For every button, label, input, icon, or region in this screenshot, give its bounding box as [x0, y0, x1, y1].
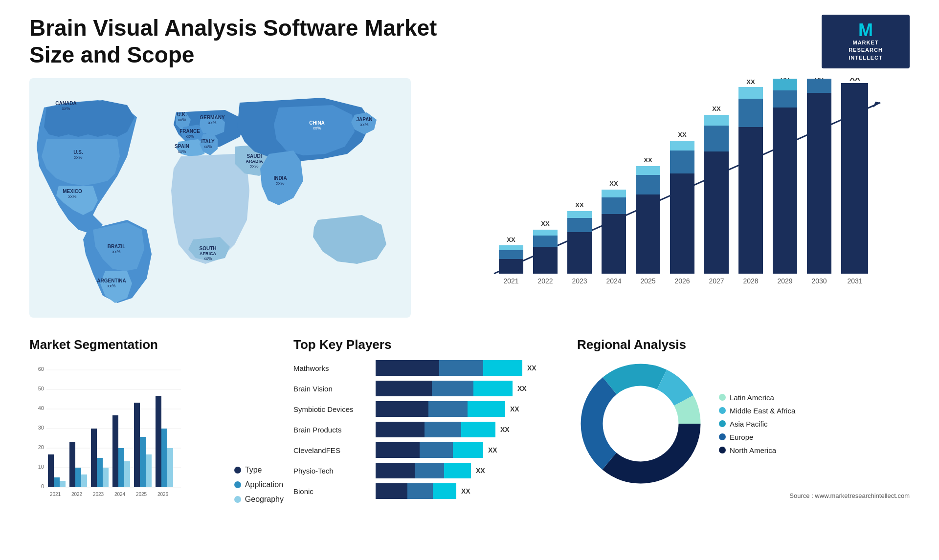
- player-xx-brainvision: XX: [517, 385, 527, 392]
- svg-rect-88: [533, 230, 558, 236]
- svg-rect-129: [156, 396, 161, 487]
- svg-text:30: 30: [38, 425, 44, 431]
- player-xx-symbiotic: XX: [510, 405, 519, 413]
- svg-rect-50: [602, 214, 626, 274]
- svg-text:xx%: xx%: [112, 249, 120, 254]
- legend-dot-latin-america: [719, 394, 726, 401]
- svg-text:ITALY: ITALY: [201, 139, 215, 144]
- svg-rect-77: [773, 79, 797, 90]
- legend-dot-middle-east-africa: [719, 407, 726, 414]
- svg-text:XX: XX: [541, 220, 550, 227]
- svg-text:BRAZIL: BRAZIL: [108, 244, 126, 249]
- svg-text:2023: 2023: [572, 277, 587, 285]
- svg-text:2027: 2027: [709, 277, 724, 285]
- svg-rect-55: [636, 194, 660, 274]
- svg-text:xx%: xx%: [313, 126, 321, 130]
- svg-text:xx%: xx%: [68, 194, 76, 199]
- legend-dot-application: [234, 481, 241, 488]
- player-bar-symbiotic: XX: [376, 401, 567, 417]
- legend-application-label: Application: [245, 480, 283, 489]
- svg-rect-36: [499, 250, 523, 259]
- svg-rect-41: [533, 236, 558, 247]
- svg-text:xx%: xx%: [74, 155, 82, 160]
- player-row-symbiotic: Symbiotic Devices XX: [293, 401, 567, 417]
- svg-text:2024: 2024: [606, 277, 621, 285]
- player-bar-mathworks: XX: [376, 360, 567, 376]
- svg-text:XX: XX: [644, 156, 652, 164]
- svg-text:XX: XX: [678, 131, 687, 138]
- svg-text:XX: XX: [507, 236, 515, 243]
- svg-text:GERMANY: GERMANY: [200, 115, 224, 120]
- key-players-section: Top Key Players Mathworks XX Brain Visi: [293, 337, 567, 542]
- legend-dot-type: [234, 467, 241, 474]
- svg-text:2023: 2023: [93, 492, 104, 497]
- svg-text:xx%: xx%: [203, 256, 212, 261]
- svg-text:2030: 2030: [811, 277, 827, 285]
- bar-chart-svg: XX 2021 XX 2022 XX 2023: [440, 78, 910, 303]
- player-row-brainvision: Brain Vision XX: [293, 381, 567, 396]
- svg-text:SAUDI: SAUDI: [246, 153, 262, 159]
- player-bar-clevelandfes: XX: [376, 442, 567, 458]
- player-name-brainproducts: Brain Products: [293, 426, 372, 434]
- svg-rect-121: [112, 415, 118, 487]
- seg-chart: 60 50 40 30 20 10 0: [29, 360, 224, 518]
- svg-rect-81: [807, 79, 831, 93]
- svg-rect-110: [54, 477, 60, 487]
- legend-asia-pacific: Asia Pacific: [719, 420, 795, 428]
- legend-geography-label: Geography: [245, 495, 284, 504]
- player-name-clevelandfes: ClevelandFES: [293, 446, 372, 454]
- svg-rect-80: [807, 93, 831, 274]
- key-players-title: Top Key Players: [293, 337, 567, 352]
- svg-rect-117: [91, 429, 97, 487]
- svg-text:XX: XX: [850, 78, 860, 82]
- svg-text:SPAIN: SPAIN: [175, 144, 189, 149]
- svg-text:2022: 2022: [537, 277, 553, 285]
- svg-text:60: 60: [38, 366, 44, 372]
- player-xx-physiotech: XX: [476, 467, 485, 474]
- svg-text:xx%: xx%: [360, 122, 368, 127]
- svg-text:2025: 2025: [136, 492, 147, 497]
- svg-text:2028: 2028: [743, 277, 758, 285]
- svg-rect-123: [124, 461, 130, 487]
- player-name-bionic: Bionic: [293, 487, 372, 495]
- svg-rect-93: [704, 115, 729, 126]
- svg-rect-71: [738, 99, 763, 127]
- player-name-mathworks: Mathworks: [293, 364, 372, 372]
- svg-text:XX: XX: [815, 78, 824, 80]
- svg-text:2024: 2024: [114, 492, 126, 497]
- svg-rect-94: [738, 87, 763, 99]
- player-row-mathworks: Mathworks XX: [293, 360, 567, 376]
- svg-text:xx%: xx%: [62, 106, 70, 111]
- header: Brain Visual Analysis Software Market Si…: [29, 15, 910, 68]
- legend-middle-east-africa: Middle East & Africa: [719, 407, 795, 415]
- player-row-physiotech: Physio-Tech XX: [293, 463, 567, 478]
- svg-text:2025: 2025: [640, 277, 655, 285]
- player-row-bionic: Bionic XX: [293, 483, 567, 499]
- svg-text:xx%: xx%: [107, 283, 115, 288]
- svg-text:10: 10: [38, 464, 44, 470]
- player-bar-physiotech: XX: [376, 463, 567, 478]
- svg-rect-40: [533, 247, 558, 274]
- svg-text:XX: XX: [781, 78, 789, 80]
- svg-rect-109: [48, 454, 54, 487]
- player-name-physiotech: Physio-Tech: [293, 467, 372, 475]
- svg-text:40: 40: [38, 405, 44, 411]
- bar-chart-container: XX 2021 XX 2022 XX 2023: [440, 78, 910, 303]
- players-list: Mathworks XX Brain Vision: [293, 360, 567, 499]
- svg-rect-118: [97, 458, 103, 487]
- svg-text:XX: XX: [712, 105, 721, 112]
- svg-rect-127: [146, 454, 152, 487]
- svg-rect-89: [567, 211, 592, 218]
- svg-text:20: 20: [38, 444, 44, 450]
- svg-rect-92: [670, 141, 694, 151]
- svg-text:2021: 2021: [503, 277, 518, 285]
- page-title: Brain Visual Analysis Software Market Si…: [29, 15, 470, 68]
- svg-text:XX: XX: [575, 201, 584, 209]
- logo-box: M MARKETRESEARCHINTELLECT: [822, 15, 910, 68]
- player-name-brainvision: Brain Vision: [293, 385, 372, 393]
- svg-text:U.K.: U.K.: [177, 112, 187, 117]
- svg-text:50: 50: [38, 386, 44, 391]
- legend-application: Application: [234, 480, 284, 489]
- svg-text:CHINA: CHINA: [309, 120, 325, 126]
- svg-text:XX: XX: [746, 78, 755, 86]
